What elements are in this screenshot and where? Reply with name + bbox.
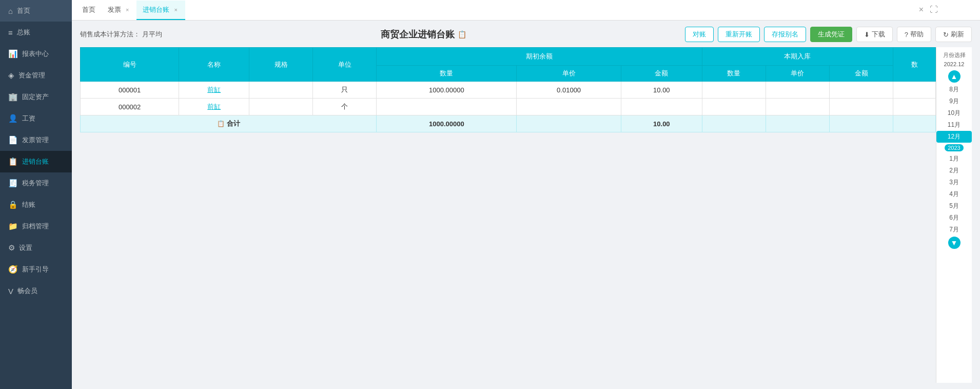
cell-qty-in [702,82,766,99]
tab-invoice[interactable]: 发票 × [102,1,136,20]
cell-amount-init: 10.00 [621,82,702,99]
tab-home[interactable]: 首页 [76,1,102,20]
total-more [893,115,936,132]
tab-invoice-close[interactable]: × [124,6,130,13]
cell-price-init: 0.01000 [517,82,621,99]
month-item-8[interactable]: 8月 [936,84,972,95]
col-header-amount-init: 金额 [621,66,702,82]
col-header-unit: 单位 [313,48,377,82]
invoice-mgmt-icon: 📄 [8,135,18,145]
sidebar-item-finance[interactable]: ◈ 资金管理 [0,65,72,86]
main-area: × ⛶ 首页 发票 × 进销台账 × 销售成本计算方法： 月平均 商贸企业进销台… [72,0,980,389]
cell-name[interactable]: 前缸 [179,99,249,115]
month-panel: 月份选择 2022.12 ▲ 8月 9月 10月 11月 12月 2023 1月… [936,47,972,383]
month-item-11[interactable]: 11月 [936,119,972,131]
total-amount-in [830,115,893,132]
closing-icon: 🔒 [8,200,18,209]
sidebar-item-settings[interactable]: ⚙ 设置 [0,237,72,259]
settings-icon: ⚙ [8,243,15,252]
col-header-opening: 期初余额 [377,48,702,66]
month-scroll-down[interactable]: ▼ [948,237,961,249]
content-area: 销售成本计算方法： 月平均 商贸企业进销台账 📋 对账 重新开账 存报别名 生成… [72,21,980,389]
archive-icon: 📁 [8,222,18,231]
ledger-icon: ≡ [8,28,13,37]
window-controls: × ⛶ [918,4,939,15]
month-item-1[interactable]: 1月 [936,153,972,165]
month-scroll-up[interactable]: ▲ [948,70,961,83]
cell-id: 000002 [81,99,179,115]
sidebar: ⌂ 首页 ≡ 总账 📊 报表中心 ◈ 资金管理 🏢 固定资产 👤 工资 📄 发票… [0,0,72,389]
home-icon: ⌂ [8,7,13,15]
cell-amount-in [830,82,893,99]
total-qty-in [702,115,766,132]
month-item-9[interactable]: 9月 [936,95,972,107]
close-button[interactable]: × [918,4,925,15]
help-button[interactable]: ? 帮助 [897,27,931,42]
month-panel-title: 月份选择 [943,51,966,59]
sidebar-item-closing[interactable]: 🔒 结账 [0,194,72,216]
month-item-12[interactable]: 12月 [936,131,972,143]
total-label-cell: 📋 合计 [81,115,377,132]
cell-amount-init [621,99,702,115]
cell-price-in [766,82,829,99]
generate-button[interactable]: 生成凭证 [810,27,852,42]
assets-icon: 🏢 [8,92,18,102]
sidebar-item-archive[interactable]: 📁 归档管理 [0,216,72,237]
sidebar-item-invoice-mgmt[interactable]: 📄 发票管理 [0,129,72,151]
month-item-6[interactable]: 6月 [936,212,972,224]
download-button[interactable]: ⬇ 下载 [856,27,893,42]
cell-more [893,99,936,115]
month-item-2[interactable]: 2月 [936,165,972,177]
tab-bar: 首页 发票 × 进销台账 × [72,0,980,21]
total-amount-init: 10.00 [621,115,702,132]
tab-inventory-close[interactable]: × [172,6,179,13]
sidebar-item-member[interactable]: V 畅会员 [0,280,72,302]
sidebar-item-salary[interactable]: 👤 工资 [0,108,72,129]
col-header-price-in: 单价 [766,66,829,82]
table-container[interactable]: 编号 名称 规格 单位 期初余额 本期入库 数 数量 单价 金额 数 [80,47,936,383]
cell-amount-in [830,99,893,115]
cell-id: 000001 [81,82,179,99]
sidebar-item-reports[interactable]: 📊 报表中心 [0,43,72,65]
month-item-7[interactable]: 7月 [936,224,972,236]
sidebar-item-guide[interactable]: 🧭 新手引导 [0,259,72,280]
col-header-qty-init: 数量 [377,66,517,82]
save-as-button[interactable]: 存报别名 [764,27,806,42]
col-header-inbound: 本期入库 [702,48,893,66]
tab-inventory[interactable]: 进销台账 × [136,1,185,20]
table-row: 000002 前缸 个 [81,99,936,115]
reopen-button[interactable]: 重新开账 [718,27,760,42]
col-header-id: 编号 [81,48,179,82]
inventory-table: 编号 名称 规格 单位 期初余额 本期入库 数 数量 单价 金额 数 [80,47,936,132]
total-icon: 📋 [217,120,225,127]
title-info-icon[interactable]: 📋 [458,30,466,38]
month-item-4[interactable]: 4月 [936,188,972,200]
salary-icon: 👤 [8,114,18,123]
cell-qty-in [702,99,766,115]
sidebar-item-assets[interactable]: 🏢 固定资产 [0,86,72,108]
cell-unit: 只 [313,82,377,99]
col-header-qty-in: 数量 [702,66,766,82]
maximize-button[interactable]: ⛶ [929,4,939,15]
col-header-spec: 规格 [249,48,313,82]
sidebar-item-home[interactable]: ⌂ 首页 [0,0,72,22]
total-qty-init: 1000.00000 [377,115,517,132]
content-header: 销售成本计算方法： 月平均 商贸企业进销台账 📋 对账 重新开账 存报别名 生成… [80,27,972,42]
sidebar-item-ledger[interactable]: ≡ 总账 [0,22,72,43]
sidebar-item-tax[interactable]: 🧾 税务管理 [0,172,72,194]
refresh-button[interactable]: ↻ 刷新 [935,27,972,42]
month-item-3[interactable]: 3月 [936,177,972,188]
sidebar-item-inventory[interactable]: 📋 进销台账 [0,151,72,172]
cell-qty-init: 1000.00000 [377,82,517,99]
cell-more [893,82,936,99]
cell-spec [249,99,313,115]
tax-icon: 🧾 [8,179,18,188]
cell-price-in [766,99,829,115]
month-item-10[interactable]: 10月 [936,107,972,119]
total-price-init [517,115,621,132]
month-item-5[interactable]: 5月 [936,200,972,212]
match-button[interactable]: 对账 [685,27,714,42]
finance-icon: ◈ [8,71,14,80]
cell-unit: 个 [313,99,377,115]
cell-name[interactable]: 前缸 [179,82,249,99]
